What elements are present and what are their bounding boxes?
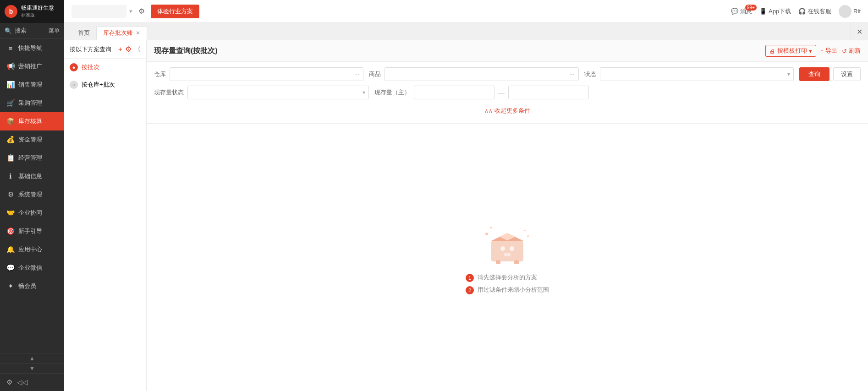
right-panel: 现存量查询(按批次) 🖨 按模板打印 ▾ ↑ 导出 ↺ 刷新 [147,40,868,391]
refresh-icon: ↺ [842,48,847,54]
tab-close-btn[interactable]: ✕ [136,30,140,36]
tab-home[interactable]: 首页 [71,26,96,40]
print-chevron: ▾ [809,48,812,54]
app-subtitle: 标准版 [21,12,54,18]
tip-number-1: 1 [466,274,474,282]
collapse-more-btn[interactable]: ∧∧ 收起更多条件 [154,104,861,118]
settings-icon[interactable]: ⚙ [6,378,12,386]
message-btn[interactable]: 💬 消息 99+ [731,7,752,16]
print-icon: 🖨 [769,48,775,54]
sidebar-search[interactable]: 🔍 搜索 菜单 [0,23,64,39]
breadcrumb: ▾ ⚙ 体验行业方案 [71,5,726,18]
refresh-btn[interactable]: ↺ 刷新 [842,47,861,55]
app-title-block: 畅康通好生意 标准版 [21,5,54,18]
tip-number-2: 2 [466,286,474,294]
svg-text:✦: ✦ [523,228,527,233]
sidebar-item-members[interactable]: ✦ 畅会员 [0,277,64,295]
app-download-btn[interactable]: 📱 App下载 [759,7,791,16]
print-label: 按模板打印 [777,47,807,55]
sidebar-item-app-center[interactable]: 🔔 应用中心 [0,240,64,259]
product-input[interactable]: ··· [385,67,578,81]
headset-icon: 🎧 [798,8,806,15]
quantity-dash: — [494,89,508,96]
sidebar-item-label: 新手引导 [18,227,42,235]
sidebar-item-basic-info[interactable]: ℹ 基础信息 [0,167,64,185]
filter-row-1: 仓库 ··· 商品 ··· 状态 [154,67,861,81]
sidebar-item-inventory[interactable]: 📦 库存核算 [0,112,64,130]
sidebar-scroll-down[interactable]: ▼ [0,363,64,373]
svg-point-6 [485,233,488,235]
collapse-panel-btn[interactable]: 《 [134,45,141,54]
sidebar-item-label: 经营管理 [18,154,42,162]
sidebar-item-enterprise[interactable]: 🤝 企业协同 [0,204,64,222]
sidebar-item-newbie[interactable]: 🎯 新手引导 [0,222,64,240]
basic-info-icon: ℹ [6,172,15,180]
search-icon: 🔍 [5,27,12,34]
sidebar-item-marketing[interactable]: 📢 营销推广 [0,57,64,76]
app-logo: b [5,5,17,18]
filter-warehouse: 仓库 ··· [154,67,363,81]
filter-bar: 仓库 ··· 商品 ··· 状态 [147,62,868,124]
sidebar-item-label: 基础信息 [18,172,42,180]
scheme-label: 按批次 [82,63,99,71]
message-icon: 💬 [731,8,738,15]
empty-state: ✦ ✦ 1 请先选择要分析的方案 2 用过滤条件来缩小分析范围 [147,124,868,391]
tabbar-close-btn[interactable]: ✕ [851,23,868,40]
scheme-icon-inactive: ○ [70,81,78,89]
user-avatar-btn[interactable]: Rit [839,5,861,18]
sidebar-item-operations[interactable]: 📋 经营管理 [0,149,64,167]
app-download-label: App下载 [769,7,791,16]
empty-tip-2: 2 用过滤条件来缩小分析范围 [466,286,549,294]
collapse-label: 收起更多条件 [494,107,530,115]
online-service-btn[interactable]: 🎧 在线客服 [798,7,831,16]
topbar-gear-btn[interactable]: ⚙ [135,5,148,18]
collapse-sidebar-icon[interactable]: ◁◁ [17,378,28,386]
page-title: 现存量查询(按批次) [154,46,218,56]
scheme-item-by-warehouse-batch[interactable]: ○ 按仓库+批次 [64,76,146,93]
status-select[interactable]: 全部 有效 无效 [600,67,794,81]
tip-text-2: 用过滤条件来缩小分析范围 [478,286,549,294]
sidebar: b 畅康通好生意 标准版 🔍 搜索 菜单 ≡ 快捷导航 📢 营销推广 📊 销售管… [0,0,64,391]
empty-illustration: ✦ ✦ [480,220,535,266]
sidebar-item-finance[interactable]: 💰 资金管理 [0,130,64,149]
online-service-label: 在线客服 [808,7,831,16]
filter-settings-btn[interactable]: 设置 [833,67,861,81]
warehouse-input[interactable]: ··· [170,67,363,81]
sidebar-item-purchase[interactable]: 🛒 采购管理 [0,94,64,112]
svg-point-3 [500,246,505,251]
print-btn[interactable]: 🖨 按模板打印 ▾ [765,45,816,57]
breadcrumb-chevron[interactable]: ▾ [129,8,132,15]
stock-status-select[interactable] [187,86,369,99]
sidebar-item-sales[interactable]: 📊 销售管理 [0,76,64,94]
sidebar-scroll-up[interactable]: ▲ [0,353,64,363]
avatar [839,5,852,18]
sidebar-item-wechat[interactable]: 💬 企业微信 [0,259,64,277]
experience-btn[interactable]: 体验行业方案 [151,5,199,18]
purchase-icon: 🛒 [6,99,15,107]
radio-filled-icon: ● [72,65,76,70]
sidebar-item-label: 企业微信 [18,264,42,272]
stock-status-label: 现存量状态 [154,88,184,97]
topbar-search[interactable] [71,5,126,18]
warehouse-dots: ··· [354,71,360,78]
tab-label: 库存批次账 [103,29,133,37]
operations-icon: 📋 [6,154,15,162]
export-btn[interactable]: ↑ 导出 [821,47,838,55]
scheme-settings-btn[interactable]: ⚙ [125,45,132,54]
tab-inventory-batch[interactable]: 库存批次账 ✕ [96,26,147,40]
warehouse-label: 仓库 [154,70,166,78]
add-scheme-btn[interactable]: + [118,45,122,54]
sidebar-item-system[interactable]: ⚙ 系统管理 [0,185,64,204]
empty-tip-1: 1 请先选择要分析的方案 [466,273,549,282]
newbie-icon: 🎯 [6,227,15,235]
scheme-item-by-batch[interactable]: ● 按批次 [64,59,146,76]
stock-quantity-max[interactable] [508,86,589,99]
stock-quantity-min[interactable] [414,86,494,99]
query-btn[interactable]: 查询 [799,67,830,81]
collapse-icon: ∧∧ [484,108,493,114]
export-icon: ↑ [821,48,824,54]
sidebar-item-quick-nav[interactable]: ≡ 快捷导航 [0,39,64,57]
finance-icon: 💰 [6,136,15,144]
main-area: ▾ ⚙ 体验行业方案 💬 消息 99+ 📱 App下载 🎧 在线客服 Rit [64,0,868,391]
scheme-label: 按仓库+批次 [82,81,115,89]
